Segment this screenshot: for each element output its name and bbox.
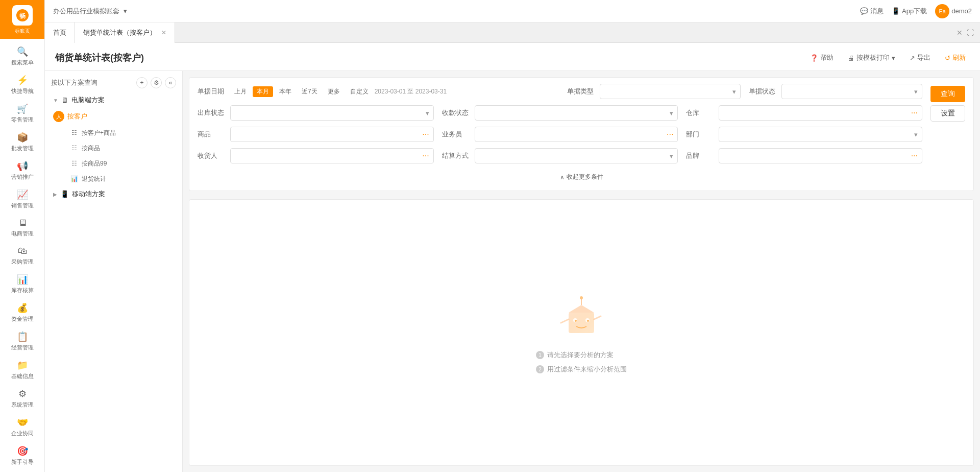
svg-line-11 — [594, 316, 601, 319]
out-status-arrow-icon: ▾ — [426, 109, 429, 117]
scheme-by-customer[interactable]: 人 按客户 — [45, 108, 182, 125]
logo-icon: 畅 — [12, 5, 33, 26]
date-custom[interactable]: 自定义 — [346, 86, 373, 97]
tab-home[interactable]: 首页 — [45, 22, 75, 43]
help-button[interactable]: ❓ 帮助 — [806, 51, 838, 64]
settlement-arrow-icon: ▾ — [670, 152, 673, 160]
salesman-input[interactable]: ··· — [475, 127, 678, 142]
receipt-status-select[interactable]: ▾ — [475, 105, 678, 121]
help-label: 帮助 — [820, 53, 834, 62]
sidebar-item-label: 销售管理 — [11, 202, 34, 209]
hint2-num: 2 — [536, 365, 544, 373]
goods-input[interactable]: ··· — [230, 127, 434, 142]
left-panel-title: 按以下方案查询 — [51, 78, 97, 87]
close-window-icon[interactable]: ✕ — [957, 29, 963, 37]
sidebar-item-wholesale[interactable]: 📦 批发管理 — [0, 128, 44, 156]
sidebar-item-label: 经营管理 — [11, 344, 34, 351]
order-type-filter: 单据类型 ▾ — [567, 84, 741, 99]
scheme-customer-goods[interactable]: ☷ 按客户+商品 — [45, 125, 182, 140]
app-download-button[interactable]: 📱 App下载 — [892, 7, 927, 16]
add-scheme-icon[interactable]: + — [136, 77, 148, 88]
warehouse-label: 仓库 — [686, 108, 715, 117]
download-icon: 📱 — [892, 7, 900, 15]
date-this-month[interactable]: 本月 — [253, 86, 273, 97]
goods-label: 商品 — [198, 130, 226, 139]
tree-arrow-mobile-icon: ▶ — [53, 192, 57, 197]
tabbar: 首页 销货单统计表（按客户） ✕ ✕ ⛶ — [45, 22, 980, 43]
out-status-select[interactable]: ▾ — [230, 105, 434, 121]
operations-icon: 📋 — [17, 331, 28, 342]
out-status-label: 出库状态 — [198, 108, 226, 117]
date-last-month[interactable]: 上月 — [230, 86, 251, 97]
collapse-panel-icon[interactable]: « — [165, 77, 176, 88]
sidebar-item-retail[interactable]: 🛒 零售管理 — [0, 99, 44, 128]
date-this-year[interactable]: 本年 — [275, 86, 296, 97]
export-button[interactable]: ↗ 导出 — [905, 51, 935, 64]
department-arrow-icon: ▾ — [914, 131, 918, 138]
date-more[interactable]: 更多 — [324, 86, 344, 97]
brand-label: 品牌 — [686, 151, 715, 160]
topbar-dropdown[interactable]: ▾ — [124, 7, 127, 15]
refresh-button[interactable]: ↺ 刷新 — [941, 51, 970, 64]
sidebar-item-purchase[interactable]: 🛍 采购管理 — [0, 242, 44, 270]
sidebar-item-system[interactable]: ⚙ 系统管理 — [0, 384, 44, 413]
sidebar-item-guide[interactable]: 🎯 新手引导 — [0, 441, 44, 470]
settings-button[interactable]: 设置 — [930, 105, 965, 122]
hint1-text: 请先选择要分析的方案 — [547, 349, 614, 361]
settlement-select[interactable]: ▾ — [475, 148, 678, 163]
sidebar-item-label: 批发管理 — [11, 145, 34, 152]
scheme-return-stats[interactable]: 📊 退货统计 — [45, 171, 182, 186]
sidebar-item-appcenter[interactable]: 🔲 应用中心 — [0, 470, 44, 472]
sidebar-item-inventory[interactable]: 📊 库存核算 — [0, 270, 44, 298]
receiver-dots-icon: ··· — [422, 151, 429, 160]
sidebar-item-sales[interactable]: 📈 销售管理 — [0, 185, 44, 214]
svg-point-7 — [587, 320, 589, 322]
sidebar-item-search[interactable]: 🔍 搜索菜单 — [0, 42, 44, 70]
warehouse-input[interactable]: ··· — [719, 105, 922, 121]
tab-close-icon[interactable]: ✕ — [161, 29, 166, 36]
brand-input[interactable]: ··· — [719, 148, 922, 163]
date-filter: 上月 本月 本年 近7天 更多 自定义 2023-03-01 至 2023-03… — [230, 86, 559, 97]
message-label: 消息 — [870, 7, 884, 16]
scheme-return-label: 退货统计 — [82, 175, 106, 183]
scheme-by-goods[interactable]: ☷ 按商品 — [45, 140, 182, 156]
system-icon: ⚙ — [18, 388, 27, 399]
order-type-select[interactable]: ▾ — [600, 84, 741, 99]
tab-sales-stat[interactable]: 销货单统计表（按客户） ✕ — [75, 22, 175, 43]
export-label: 导出 — [917, 53, 930, 62]
sidebar-item-operations[interactable]: 📋 经营管理 — [0, 327, 44, 356]
customer-goods-icon: ☷ — [69, 128, 79, 137]
sidebar-item-marketing[interactable]: 📢 营销推广 — [0, 156, 44, 185]
tab-home-label: 首页 — [53, 28, 66, 37]
mobile-icon: 📱 — [60, 190, 69, 198]
sidebar-item-collab[interactable]: 🤝 企业协同 — [0, 413, 44, 441]
collapse-button[interactable]: ∧ 收起更多条件 — [198, 170, 965, 184]
scheme-by-goods99[interactable]: ☷ 按商品99 — [45, 156, 182, 171]
sidebar-item-quicknav[interactable]: ⚡ 快捷导航 — [0, 70, 44, 99]
tree-mobile-section[interactable]: ▶ 📱 移动端方案 — [45, 186, 182, 202]
settings-scheme-icon[interactable]: ⚙ — [151, 77, 162, 88]
guide-icon: 🎯 — [17, 445, 28, 457]
hint2-text: 用过滤条件来缩小分析范围 — [547, 363, 627, 375]
sidebar-item-ecommerce[interactable]: 🖥 电商管理 — [0, 214, 44, 242]
department-select[interactable]: ▾ — [719, 127, 922, 142]
sidebar-item-finance[interactable]: 💰 资金管理 — [0, 298, 44, 327]
receiver-filter: 收货人 ··· — [198, 148, 434, 163]
receiver-input[interactable]: ··· — [230, 148, 434, 163]
query-button[interactable]: 查询 — [930, 86, 965, 102]
print-button[interactable]: 🖨 按模板打印 ▾ — [844, 51, 899, 64]
tree-desktop-section[interactable]: ▼ 🖥 电脑端方案 — [45, 92, 182, 108]
sidebar-item-label: 资金管理 — [11, 315, 34, 323]
message-button[interactable]: 💬 消息 — [860, 7, 884, 16]
sidebar-item-basics[interactable]: 📁 基础信息 — [0, 356, 44, 384]
user-profile[interactable]: Ea demo2 — [935, 4, 972, 18]
svg-marker-3 — [569, 305, 594, 313]
sidebar-item-label: 库存核算 — [11, 287, 34, 294]
hint1-num: 1 — [536, 351, 544, 359]
maximize-icon[interactable]: ⛶ — [967, 29, 974, 37]
quicknav-icon: ⚡ — [17, 75, 28, 86]
receiver-label: 收货人 — [198, 151, 226, 160]
date-last7days[interactable]: 近7天 — [298, 86, 322, 97]
order-status-select[interactable]: ▾ — [781, 84, 922, 99]
empty-hint-2: 2 用过滤条件来缩小分析范围 — [536, 363, 627, 375]
